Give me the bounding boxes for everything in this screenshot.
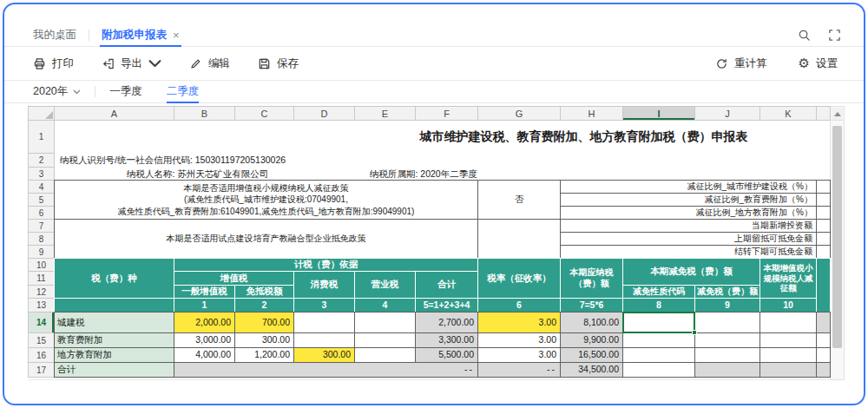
grid-cell[interactable]: 300.00 bbox=[293, 347, 355, 363]
grid-cell[interactable]: 税（费）种 bbox=[54, 258, 174, 299]
grid-cell[interactable] bbox=[760, 347, 817, 363]
fullscreen-icon[interactable] bbox=[828, 29, 841, 42]
grid-cell[interactable] bbox=[694, 332, 760, 348]
grid-cell[interactable]: 本期是否适用增值税小规模纳税人减征政策 (减免性质代码_城市维护建设税:0704… bbox=[54, 180, 478, 220]
column-header-H[interactable]: H bbox=[560, 106, 623, 121]
grid-cell[interactable]: 3 bbox=[293, 298, 355, 313]
close-icon[interactable]: × bbox=[173, 29, 180, 42]
print-button[interactable]: 打印 bbox=[33, 56, 74, 71]
grid-cell[interactable]: 增值税 bbox=[174, 271, 294, 286]
grid-cell[interactable]: 一般增值税 bbox=[174, 285, 235, 299]
grid-cell[interactable]: -- bbox=[174, 362, 478, 378]
grid-cell[interactable]: 3.00 bbox=[477, 312, 561, 333]
row-header-12[interactable]: 12 bbox=[28, 285, 55, 299]
grid-cell[interactable]: 消费税 bbox=[293, 271, 355, 299]
grid-cell[interactable]: 7=5*6 bbox=[560, 298, 623, 313]
grid-cell[interactable]: 合计 bbox=[415, 271, 478, 299]
grid-cell[interactable] bbox=[760, 362, 817, 378]
grid-cell[interactable]: 700.00 bbox=[234, 312, 294, 333]
scroll-up-arrow-icon[interactable] bbox=[832, 108, 843, 121]
export-button[interactable]: 导出 bbox=[102, 56, 161, 71]
grid-cell[interactable]: 否 bbox=[477, 180, 561, 220]
grid-cell[interactable] bbox=[816, 312, 831, 333]
grid-cell[interactable] bbox=[694, 347, 760, 363]
grid-cell[interactable]: 计税（费）依据 bbox=[174, 258, 478, 272]
grid-cell[interactable]: 城建税 bbox=[54, 312, 174, 333]
grid-cell[interactable]: 教育费附加 bbox=[54, 332, 174, 348]
grid-cell[interactable] bbox=[694, 362, 760, 378]
vertical-scrollbar[interactable] bbox=[830, 106, 845, 380]
grid-cell[interactable] bbox=[816, 206, 831, 220]
grid-cell[interactable]: 6 bbox=[477, 298, 561, 313]
save-button[interactable]: 保存 bbox=[258, 56, 299, 71]
row-header-10[interactable]: 10 bbox=[28, 258, 55, 272]
grid-cell[interactable]: 本期是否适用试点建设培育产教融合型企业抵免政策 bbox=[54, 219, 478, 259]
grid-cell[interactable]: 2,000.00 bbox=[174, 312, 235, 333]
tab-quarter-2[interactable]: 二季度 bbox=[167, 81, 200, 102]
grid-cell[interactable]: 地方教育附加 bbox=[54, 347, 174, 363]
grid-cell[interactable]: 结转下期可抵免金额 bbox=[560, 245, 817, 259]
grid-cell[interactable] bbox=[816, 245, 831, 259]
grid-cell[interactable] bbox=[816, 347, 831, 363]
edit-button[interactable]: 编辑 bbox=[189, 56, 230, 71]
year-select[interactable]: 2020年 bbox=[33, 84, 81, 99]
grid-cell[interactable]: 8 bbox=[622, 298, 695, 313]
grid-cell[interactable]: 减免税（费）额 bbox=[694, 285, 760, 299]
column-header-A[interactable]: A bbox=[54, 106, 174, 121]
tab-surtax-declaration[interactable]: 附加税申报表 × bbox=[102, 24, 180, 46]
grid-cell[interactable] bbox=[816, 362, 831, 378]
grid-cell[interactable]: 9,900.00 bbox=[560, 332, 623, 348]
grid-cell[interactable] bbox=[816, 193, 831, 207]
select-all-corner[interactable] bbox=[28, 106, 55, 121]
row-header-8[interactable]: 8 bbox=[28, 232, 55, 246]
grid-cell[interactable] bbox=[816, 258, 831, 313]
column-header-I[interactable]: I bbox=[622, 106, 695, 121]
row-header-13[interactable]: 13 bbox=[28, 298, 55, 313]
search-icon[interactable] bbox=[798, 29, 811, 42]
grid-cell[interactable]: 本期减免税（费）额 bbox=[622, 258, 760, 286]
column-header-E[interactable]: E bbox=[354, 106, 416, 121]
grid-cell[interactable]: 34,500.00 bbox=[560, 362, 623, 378]
grid-cell[interactable] bbox=[293, 332, 355, 348]
column-header-G[interactable]: G bbox=[477, 106, 561, 121]
grid-cell[interactable]: 2 bbox=[234, 298, 294, 313]
grid-cell[interactable] bbox=[354, 347, 416, 363]
grid-cell[interactable]: 上期留抵可抵免金额 bbox=[560, 232, 817, 246]
grid-cell[interactable]: 减征比例_城市维护建设税（%） bbox=[560, 180, 817, 194]
grid-cell[interactable]: 16,500.00 bbox=[560, 347, 623, 363]
grid-cell[interactable] bbox=[622, 332, 695, 348]
settings-button[interactable]: ⚙ 设置 bbox=[799, 56, 838, 71]
grid-cell[interactable]: 合计 bbox=[54, 362, 174, 378]
row-header-17[interactable]: 17 bbox=[28, 362, 55, 378]
grid-cell[interactable] bbox=[622, 312, 695, 333]
grid-cell[interactable]: 10 bbox=[760, 298, 817, 313]
column-header-C[interactable]: C bbox=[234, 106, 294, 121]
grid-cell[interactable]: 1 bbox=[174, 298, 235, 313]
grid-cell[interactable] bbox=[816, 232, 831, 246]
grid-cell[interactable]: 4 bbox=[354, 298, 416, 313]
grid-cell[interactable]: 8,100.00 bbox=[560, 312, 623, 333]
row-header-1[interactable]: 1 bbox=[28, 120, 55, 154]
grid-cell[interactable]: 减免性质代码 bbox=[622, 285, 695, 299]
grid-cell[interactable]: 2,700.00 bbox=[415, 312, 478, 333]
row-header-7[interactable]: 7 bbox=[28, 219, 55, 233]
grid-cell[interactable]: 3,300.00 bbox=[415, 332, 478, 348]
column-header-K[interactable]: K bbox=[760, 106, 817, 121]
grid-cell[interactable]: 本期应纳税（费）额 bbox=[560, 258, 623, 299]
row-header-5[interactable]: 5 bbox=[28, 193, 55, 207]
grid-cell[interactable] bbox=[622, 347, 695, 363]
grid-cell[interactable]: 营业税 bbox=[354, 271, 416, 299]
grid-cell[interactable] bbox=[760, 312, 817, 333]
tab-my-desktop[interactable]: 我的桌面 bbox=[33, 24, 76, 46]
grid-cell[interactable] bbox=[816, 180, 831, 194]
grid-cell[interactable] bbox=[694, 312, 760, 333]
grid-cell[interactable] bbox=[816, 332, 831, 348]
grid-cell[interactable]: 3,000.00 bbox=[174, 332, 235, 348]
row-header-11[interactable]: 11 bbox=[28, 271, 55, 286]
column-header-D[interactable]: D bbox=[293, 106, 355, 121]
grid-cell[interactable]: 3.00 bbox=[477, 332, 561, 348]
row-header-4[interactable]: 4 bbox=[28, 180, 55, 194]
grid-cell[interactable]: 3.00 bbox=[477, 347, 561, 363]
row-header-9[interactable]: 9 bbox=[28, 245, 55, 259]
tab-quarter-1[interactable]: 一季度 bbox=[109, 81, 142, 102]
